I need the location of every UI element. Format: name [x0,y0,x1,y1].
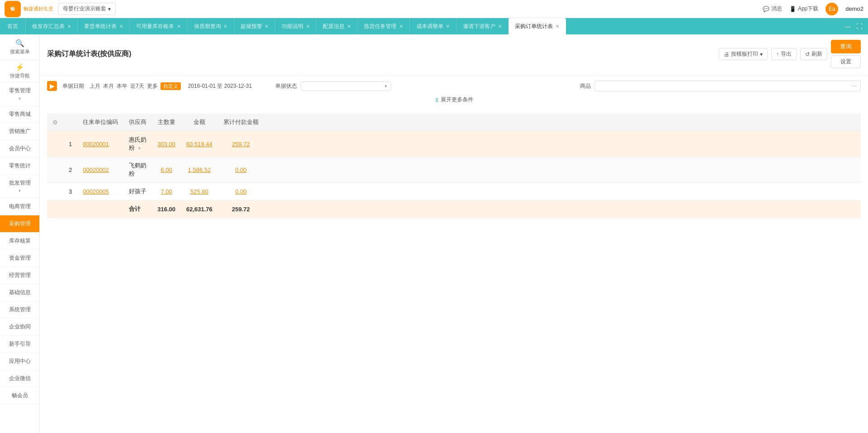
sidebar-quick-nav[interactable]: ⚡ 快捷导航 [0,60,39,82]
chevron-down-icon: ▾ [108,6,111,12]
th-amount: 金额 [181,114,218,131]
tab-gongnengshuo[interactable]: 功能说明 × [275,18,316,34]
sidebar-item-finance[interactable]: 资金管理 [0,250,39,267]
tab-yaoqingxiayou[interactable]: 邀请下游客户 × [457,18,509,34]
sidebar-item-enterprise[interactable]: 企业协同 [0,319,39,336]
settings-button[interactable]: 设置 [831,55,861,68]
tab-minimize-icon[interactable]: — [843,22,853,31]
sidebar-item-wechat[interactable]: 企业微信 [0,370,39,387]
tab-close-icon[interactable]: × [265,23,269,29]
tab-home-label: 首页 [7,23,18,30]
sidebar-item-basic[interactable]: 基础信息 [0,284,39,301]
status-filter-label: 单据状态 [275,82,297,90]
tab-close-icon[interactable]: × [446,23,450,29]
sidebar-item-wholesale[interactable]: 批发管理 ▾ [0,175,39,198]
tab-label: 采购订单统计表 [515,23,553,30]
goods-filter-label: 商品 [580,82,591,90]
tab-chengbentiaoshu[interactable]: 成本调整单 × [410,18,457,34]
code-link[interactable]: 00020005 [83,188,109,195]
tab-baozhi[interactable]: 保质期查询 × [188,18,234,34]
tab-close-icon[interactable]: × [399,23,403,29]
tab-caigoudingdan[interactable]: 采购订单统计表 × [509,18,566,34]
tab-maximize-icon[interactable]: ⛶ [854,22,864,31]
date-this-month[interactable]: 本月 [103,82,114,90]
chevron-down-icon: ▾ [138,146,141,151]
status-select[interactable]: ▾ [301,81,391,91]
sidebar-item-purchase[interactable]: 采购管理 [0,215,39,233]
row-code: 00020005 [77,183,123,200]
content-header: 采购订单统计表(按供应商) 🖨 按模板打印 ▾ ↑ 导出 ↺ 刷新 [40,34,868,76]
tab-close-icon[interactable]: × [556,23,559,29]
expand-more-button[interactable]: ⊻ 展开更多条件 [433,94,475,105]
tab-paihuorenwu[interactable]: 拣货任务管理 × [358,18,410,34]
newbie-label: 新手引导 [9,340,31,348]
search-button[interactable]: 查询 [831,40,861,53]
sidebar-item-member2[interactable]: 畅会员 [0,387,39,404]
sidebar-item-newbie[interactable]: 新手引导 [0,336,39,353]
date-last-month[interactable]: 上月 [90,82,100,90]
tab-chaochu[interactable]: 超储预警 × [234,18,275,34]
export-button[interactable]: ↑ 导出 [771,48,797,60]
sidebar-item-system[interactable]: 系统管理 [0,301,39,319]
tab-close-icon[interactable]: × [347,23,351,29]
sidebar-item-ecommerce[interactable]: 电商管理 [0,198,39,215]
chevron-down-icon: ▾ [19,96,21,101]
avatar[interactable]: Ea [826,3,838,15]
tab-shoufahuihui[interactable]: 收发存汇总表 × [26,18,78,34]
filter-toggle-button[interactable]: ▶ [47,81,57,91]
sidebar: 🔍 搜索菜单 ⚡ 快捷导航 零售管理 ▾ 零售商城 营销推广 会员中心 零售统计… [0,34,40,433]
workspace-selector[interactable]: 母婴行业演示账套 ▾ [58,3,116,15]
code-link[interactable]: 00020001 [83,141,109,148]
ecommerce-label: 电商管理 [9,203,31,210]
app-download-button[interactable]: 📱 App下载 [789,5,818,13]
finance-label: 资金管理 [9,254,31,262]
sidebar-item-members[interactable]: 会员中心 [0,140,39,157]
date-this-year[interactable]: 本年 [117,82,127,90]
tab-close-icon[interactable]: × [306,23,310,29]
row-supplier: 飞鹤奶粉 [123,157,152,183]
tab-close-icon[interactable]: × [498,23,502,29]
row-index: 1 [63,131,77,157]
tab-keyongliangkucun[interactable]: 可用量库存账本 × [130,18,187,34]
tab-yaohuodantongji[interactable]: 要货单统计表 × [78,18,130,34]
refresh-button[interactable]: ↺ 刷新 [800,48,827,60]
sidebar-item-inventory[interactable]: 库存核算 [0,233,39,250]
row-settings [47,131,63,157]
sidebar-item-ops[interactable]: 经营管理 [0,267,39,284]
tab-label: 功能说明 [282,23,303,30]
filter-area: ▶ 单据日期 上月 本月 本年 近7天 更多 自定义 2016-01-01 至 … [40,76,868,110]
top-bar: 畅 畅捷通好生意 母婴行业演示账套 ▾ 💬 消息 📱 App下载 Ea demo… [0,0,868,18]
sidebar-item-retail[interactable]: 零售管理 ▾ [0,82,39,106]
table-container: ⚙ 往来单位编码 供应商 主数量 金额 累计付款金额 1 [40,110,868,433]
tab-close-icon[interactable]: × [224,23,227,29]
sidebar-item-marketing[interactable]: 营销推广 [0,123,39,140]
goods-input[interactable]: ··· [594,81,861,91]
date-last-7days[interactable]: 近7天 [130,82,144,90]
sidebar-item-retail-stats[interactable]: 零售统计 [0,157,39,175]
row-index: 3 [63,183,77,200]
template-print-button[interactable]: 🖨 按模板打印 ▾ [719,48,768,60]
tab-close-icon[interactable]: × [67,23,71,29]
row-supplier: 好孩子 [123,183,152,200]
tab-close-icon[interactable]: × [177,23,180,29]
sidebar-search[interactable]: 🔍 搜索菜单 [0,34,39,60]
tab-label: 邀请下游客户 [463,23,495,30]
row-amount: 525.80 [181,183,218,200]
tab-close-icon[interactable]: × [119,23,123,29]
date-more[interactable]: 更多 [147,82,158,90]
table-row: 1 00020001 惠氏奶粉 ▾ 303.00 60,519.44 259.7… [47,131,861,157]
column-settings-icon[interactable]: ⚙ [52,119,58,126]
tab-label: 超储预警 [241,23,262,30]
tab-label: 保质期查询 [194,23,221,30]
tab-peizhi[interactable]: 配置信息 × [316,18,358,34]
page-title: 采购订单统计表(按供应商) [47,49,132,59]
date-custom-badge[interactable]: 自定义 [160,82,181,90]
tab-home[interactable]: 首页 [0,18,26,34]
row-amount: 60,519.44 [181,131,218,157]
system-label: 系统管理 [9,306,31,314]
code-link[interactable]: 00020002 [83,167,109,173]
message-button[interactable]: 💬 消息 [763,5,782,13]
th-index [63,114,77,131]
sidebar-item-apps[interactable]: 应用中心 [0,353,39,370]
sidebar-item-retail-mall[interactable]: 零售商城 [0,106,39,123]
